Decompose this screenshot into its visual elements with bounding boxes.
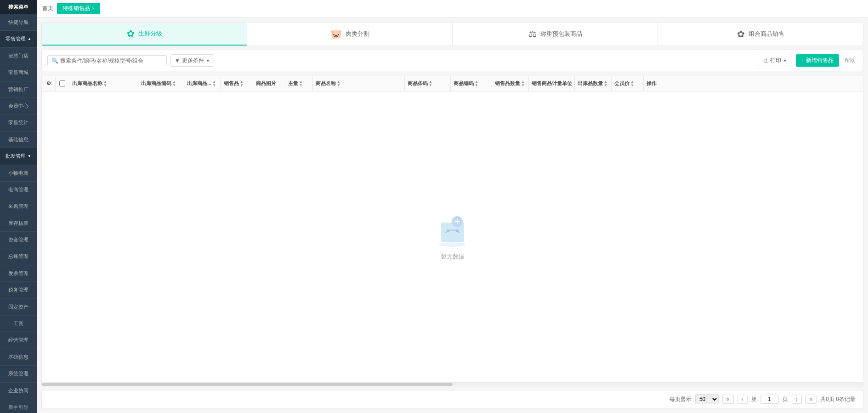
sidebar-item-marketing[interactable]: 营销推广 <box>0 81 37 98</box>
topbar-tab-label: 特殊销售品 <box>62 5 90 12</box>
sidebar-item-ops-mgmt[interactable]: 经营管理 <box>0 332 37 349</box>
sort-sale-qty[interactable]: ▲▼ <box>521 80 525 87</box>
tab-fresh-grade[interactable]: ✿ 生鲜分级 <box>42 23 247 46</box>
per-page-label: 每页显示 <box>669 396 692 403</box>
sort-name2[interactable]: ▲▼ <box>337 80 340 87</box>
filter-icon: ▼ <box>175 57 180 64</box>
page-next-button[interactable]: › <box>792 395 802 404</box>
print-label: 打印 <box>770 57 781 64</box>
sidebar-item-retail-stats[interactable]: 零售统计 <box>0 115 37 131</box>
page-suffix: 页 <box>783 396 788 403</box>
sort-out-spec[interactable]: ▲▼ <box>212 80 216 87</box>
filter-label: 更多条件 <box>182 57 204 64</box>
tab-combo-sale-label: 组合商品销售 <box>749 30 784 38</box>
search-box[interactable]: 🔍 <box>47 55 167 66</box>
page-content: ✿ 生鲜分级 🐷 肉类分割 ⚖ 称重预包装商品 ✿ 组合商品销售 🔍 <box>37 17 868 413</box>
sort-weight[interactable]: ▲▼ <box>299 80 303 87</box>
topbar: 首页 特殊销售品 × <box>37 0 868 17</box>
filter-arrow-icon: ▼ <box>206 58 210 63</box>
th-out-code: 出库商品编码 ▲▼ <box>138 76 184 91</box>
sidebar-item-member-center[interactable]: 会员中心 <box>0 98 37 115</box>
tab-weigh-pack[interactable]: ⚖ 称重预包装商品 <box>453 23 658 46</box>
th-action: 操作 <box>644 76 667 91</box>
th-settings[interactable]: ⚙ <box>42 77 56 90</box>
retail-mgmt-arrow: ▲ <box>28 36 31 41</box>
print-icon: 🖨 <box>763 57 768 64</box>
th-weight: 主量 ▲▼ <box>285 76 313 91</box>
fresh-grade-icon: ✿ <box>127 28 135 39</box>
table-body-empty: 暂无数据 <box>42 92 863 382</box>
sidebar-item-corp-agreement[interactable]: 企业协同 <box>0 383 37 399</box>
print-arrow-icon: ▼ <box>783 58 787 63</box>
sidebar-item-new-guide[interactable]: 新手引导 <box>0 399 37 413</box>
print-button[interactable]: 🖨 打印 ▼ <box>758 54 792 67</box>
svg-point-0 <box>439 242 466 247</box>
th-out-spec: 出库商品... ▲▼ <box>184 76 221 91</box>
sidebar-item-retail-mall[interactable]: 零售商城 <box>0 64 37 81</box>
sidebar-logo[interactable]: 搜索菜单 <box>0 0 37 14</box>
sidebar-item-quick-nav[interactable]: 快捷导航 <box>0 14 37 31</box>
page-number-input[interactable] <box>760 395 779 404</box>
sidebar-item-invoice-mgmt[interactable]: 发票管理 <box>0 265 37 282</box>
sidebar-item-wholesale-mgmt[interactable]: 批发管理 ▼ <box>0 148 37 165</box>
sidebar-item-inventory[interactable]: 库存核算 <box>0 215 37 232</box>
sort-out-name[interactable]: ▲▼ <box>103 80 107 87</box>
sort-ecode[interactable]: ▲▼ <box>475 80 478 87</box>
sort-out-code[interactable]: ▲▼ <box>172 80 176 87</box>
svg-point-6 <box>447 229 449 232</box>
toolbar: 🔍 ▼ 更多条件 ▼ 🖨 打印 ▼ + 新增销售品 帮助 <box>41 50 863 71</box>
sidebar-item-mini-ecom[interactable]: 小畅电商 <box>0 165 37 182</box>
sidebar-item-ecom-mgmt[interactable]: 电商管理 <box>0 182 37 198</box>
sort-barcode[interactable]: ▲▼ <box>429 80 432 87</box>
sidebar-item-basic-info2[interactable]: 基础信息 <box>0 349 37 366</box>
search-input[interactable] <box>60 57 161 64</box>
sidebar-item-basic-info[interactable]: 基础信息 <box>0 132 37 148</box>
sidebar-item-hr[interactable]: 工资 <box>0 315 37 332</box>
page-last-button[interactable]: » <box>806 395 817 404</box>
th-out-qty: 出库品数量 ▲▼ <box>575 76 612 91</box>
th-name2: 商品名称 ▲▼ <box>313 76 405 91</box>
sort-member-price[interactable]: ▲▼ <box>630 80 634 87</box>
sidebar-item-sys-mgmt[interactable]: 系统管理 <box>0 366 37 382</box>
sidebar-item-smart-store[interactable]: 智慧门店 <box>0 48 37 64</box>
page-prev-button[interactable]: ‹ <box>738 395 748 404</box>
empty-text: 暂无数据 <box>441 252 465 261</box>
filter-button[interactable]: ▼ 更多条件 ▼ <box>170 54 214 67</box>
table-scroll-thumb[interactable] <box>42 383 453 386</box>
toolbar-right: 🖨 打印 ▼ + 新增销售品 帮助 <box>758 54 857 67</box>
th-member-price: 会员价 ▲▼ <box>612 76 644 91</box>
page-first-button[interactable]: « <box>722 395 734 404</box>
select-all-checkbox[interactable] <box>59 80 65 86</box>
combo-sale-icon: ✿ <box>737 29 745 40</box>
sidebar-item-tax-mgmt[interactable]: 税务管理 <box>0 282 37 298</box>
per-page-select[interactable]: 50 10 20 100 <box>695 394 719 404</box>
table-scroll-bar[interactable] <box>42 382 863 386</box>
sort-out-qty[interactable]: ▲▼ <box>604 80 607 87</box>
topbar-home[interactable]: 首页 <box>42 5 53 12</box>
sidebar-item-retail-mgmt[interactable]: 零售管理 ▲ <box>0 31 37 47</box>
tab-fresh-grade-label: 生鲜分级 <box>138 29 162 38</box>
tab-meat-split-label: 肉类分割 <box>346 30 369 38</box>
table-header: ⚙ 出库商品名称 ▲▼ 出库商品编码 ▲▼ 出库商品... ▲▼ <box>42 75 863 92</box>
main-content: 首页 特殊销售品 × ✿ 生鲜分级 🐷 肉类分割 ⚖ 称重预包装商品 ✿ 组合商… <box>37 0 868 413</box>
topbar-tab-close[interactable]: × <box>92 6 95 11</box>
tab-cards: ✿ 生鲜分级 🐷 肉类分割 ⚖ 称重预包装商品 ✿ 组合商品销售 <box>41 22 863 46</box>
new-sale-item-button[interactable]: + 新增销售品 <box>796 54 839 67</box>
th-ecode: 商品编码 ▲▼ <box>451 76 492 91</box>
data-table: ⚙ 出库商品名称 ▲▼ 出库商品编码 ▲▼ 出库商品... ▲▼ <box>41 75 863 386</box>
wholesale-mgmt-arrow: ▼ <box>28 154 31 159</box>
sort-sale-item[interactable]: ▲▼ <box>240 80 244 87</box>
th-barcode: 商品条码 ▲▼ <box>405 76 451 91</box>
sidebar-item-general-ledger[interactable]: 总账管理 <box>0 248 37 265</box>
settings-icon: ⚙ <box>46 80 51 86</box>
sidebar-item-capital-mgmt[interactable]: 资金管理 <box>0 232 37 248</box>
page-label: 第 <box>751 396 757 403</box>
th-sale-qty: 销售品数量 ▲▼ <box>492 76 529 91</box>
tab-combo-sale[interactable]: ✿ 组合商品销售 <box>658 23 863 46</box>
sidebar-item-purchase-mgmt[interactable]: 采购管理 <box>0 198 37 215</box>
tab-meat-split[interactable]: 🐷 肉类分割 <box>247 23 453 46</box>
sidebar-item-fixed-assets[interactable]: 固定资产 <box>0 299 37 315</box>
help-button[interactable]: 帮助 <box>843 55 857 66</box>
th-check[interactable] <box>56 77 69 90</box>
topbar-active-tab[interactable]: 特殊销售品 × <box>57 3 100 14</box>
